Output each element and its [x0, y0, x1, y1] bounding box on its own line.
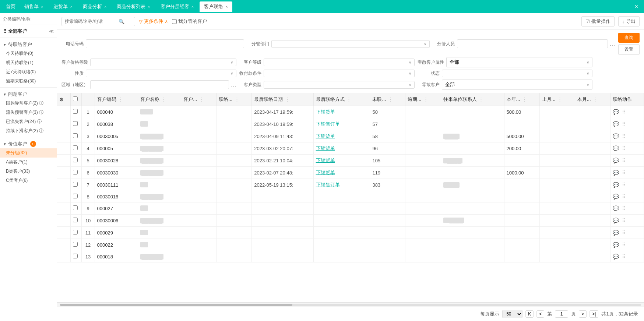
settings-col-header[interactable]: ⚙: [57, 93, 70, 106]
tab-purchase-order[interactable]: 进货单 ×: [49, 1, 77, 12]
grid-icon[interactable]: ⠿: [622, 121, 626, 127]
query-button[interactable]: 查询: [618, 33, 640, 43]
row-checkbox-cell[interactable]: [70, 155, 81, 167]
row-last-method-cell[interactable]: [313, 251, 370, 262]
payment-select[interactable]: ∨: [264, 70, 414, 77]
sidebar-item-abnormal[interactable]: 囤购异常客户(2) ⓘ: [0, 99, 57, 108]
problem-customers-group[interactable]: ▼ 问题客户: [0, 89, 57, 99]
message-icon[interactable]: 💬: [613, 133, 619, 139]
tab-sales-order[interactable]: 销售单 ×: [20, 1, 47, 12]
no-contact-col-header[interactable]: 未联... ⋮: [370, 93, 405, 106]
last-month-col-header[interactable]: 上月... ⋮: [539, 93, 575, 106]
message-icon[interactable]: 💬: [613, 182, 619, 188]
region-dots-btn[interactable]: …: [230, 81, 236, 88]
my-customers-check[interactable]: [172, 19, 177, 24]
sidebar-item-7days-contact[interactable]: 近7天待联络(0): [0, 67, 57, 77]
message-icon[interactable]: 💬: [613, 205, 619, 211]
first-page-btn[interactable]: K: [525, 310, 534, 318]
main-search-icon[interactable]: 🔍: [119, 19, 124, 24]
current-page-input[interactable]: [555, 310, 568, 318]
row-last-method-cell[interactable]: [313, 239, 370, 251]
close-product-analysis-icon[interactable]: ×: [104, 4, 106, 9]
message-icon[interactable]: 💬: [613, 121, 619, 127]
customer-grade-select[interactable]: ∨: [264, 59, 414, 66]
value-customers-group[interactable]: ▼ 价值客户 ↻: [0, 139, 57, 148]
next-page-btn[interactable]: >: [579, 310, 587, 318]
tab-product-analysis[interactable]: 商品分析 ×: [78, 1, 111, 12]
all-customers-section[interactable]: ⠿ 全部客户 ≪: [0, 25, 57, 36]
code-col-header[interactable]: 客户编码 ⋮: [95, 93, 138, 106]
grid-icon[interactable]: ⠿: [622, 242, 626, 248]
row-checkbox-cell[interactable]: [70, 191, 81, 202]
row-checkbox[interactable]: [73, 121, 78, 126]
collapse-sidebar-btn[interactable]: ≪: [49, 29, 54, 34]
nature-select[interactable]: ∨: [86, 70, 236, 77]
row-checkbox-cell[interactable]: [70, 167, 81, 179]
main-search-input[interactable]: [65, 19, 116, 24]
grid-icon[interactable]: ⠿: [622, 182, 626, 188]
select-all-checkbox[interactable]: [73, 96, 78, 101]
scrollbar-thumb[interactable]: [60, 304, 292, 306]
checkbox-col-header[interactable]: [70, 93, 81, 106]
prev-page-btn[interactable]: <: [536, 310, 544, 318]
phone-input[interactable]: [86, 39, 244, 48]
close-purchase-order-icon[interactable]: ×: [70, 4, 72, 9]
row-checkbox-cell[interactable]: [70, 227, 81, 239]
close-sales-order-icon[interactable]: ×: [41, 4, 43, 9]
row-last-method-cell[interactable]: [313, 191, 370, 202]
region-input[interactable]: [90, 80, 229, 89]
retail-customer-select[interactable]: 全部 ∨: [442, 80, 592, 90]
export-btn[interactable]: ↓ 导出: [618, 16, 640, 27]
row-checkbox[interactable]: [73, 194, 78, 198]
row-checkbox-cell[interactable]: [70, 202, 81, 215]
grid-icon[interactable]: ⠿: [622, 254, 626, 260]
row-checkbox-cell[interactable]: [70, 179, 81, 191]
grid-icon[interactable]: ⠿: [622, 170, 626, 176]
this-year-col-header[interactable]: 本年... ⋮: [504, 93, 539, 106]
sidebar-item-overdue-contact[interactable]: 逾期未联络(30): [0, 77, 57, 86]
message-icon[interactable]: 💬: [613, 109, 619, 115]
row-checkbox[interactable]: [73, 133, 78, 138]
this-month-col-header[interactable]: 本月... ⋮: [575, 93, 610, 106]
row-last-method-cell[interactable]: [313, 202, 370, 215]
close-customer-contact-icon[interactable]: ×: [225, 4, 228, 9]
row-checkbox[interactable]: [73, 205, 78, 210]
row-checkbox-cell[interactable]: [70, 239, 81, 251]
row-last-method-cell[interactable]: 下销售订单: [313, 179, 370, 191]
batch-operation-btn[interactable]: ☑ 批量操作: [581, 16, 615, 27]
price-grade-select[interactable]: ∨: [90, 59, 236, 66]
customer-type-select[interactable]: ∨: [264, 81, 414, 89]
page-size-select[interactable]: 50 100 200: [502, 310, 522, 318]
message-icon[interactable]: 💬: [613, 218, 619, 223]
message-icon[interactable]: 💬: [613, 242, 619, 248]
last-date-col-header[interactable]: 最后联络日期 ⋮: [252, 93, 313, 106]
sidebar-item-ungroup[interactable]: 未分组(32): [0, 148, 57, 158]
sidebar-item-churn-warning[interactable]: 流失预警客户(3) ⓘ: [0, 108, 57, 117]
last-page-btn[interactable]: >|: [590, 310, 598, 318]
sidebar-item-class-c[interactable]: C类客户(6): [0, 176, 57, 185]
message-icon[interactable]: 💬: [613, 194, 619, 200]
row-checkbox[interactable]: [73, 170, 78, 174]
row-last-method-cell[interactable]: 下销货单: [313, 130, 370, 142]
name-col-header[interactable]: 客户名称 ⋮: [138, 93, 181, 106]
contact-person-col-header[interactable]: 往来单位联系人 ⋮: [441, 93, 504, 106]
sidebar-search-input[interactable]: [3, 17, 57, 22]
row-checkbox-cell[interactable]: [70, 142, 81, 155]
row-checkbox[interactable]: [73, 242, 78, 247]
tab-customer-contact[interactable]: 客户联络 ×: [200, 1, 232, 12]
grid-icon[interactable]: ⠿: [622, 218, 626, 223]
sidebar-item-tomorrow-contact[interactable]: 明天待联络(1): [0, 58, 57, 67]
row-checkbox-cell[interactable]: [70, 106, 81, 118]
row-checkbox-cell[interactable]: [70, 251, 81, 262]
row-last-method-cell[interactable]: 下销货单: [313, 167, 370, 179]
retail-attr-select[interactable]: 全部 ∨: [446, 57, 592, 67]
contact-col-header[interactable]: 联络... ⋮: [217, 93, 252, 106]
message-icon[interactable]: 💬: [613, 145, 619, 151]
overdue-col-header[interactable]: 逾期... ⋮: [405, 93, 441, 106]
row-last-method-cell[interactable]: 下销货单: [313, 155, 370, 167]
pending-contact-group[interactable]: ▼ 待联络客户: [0, 39, 57, 49]
window-close-button[interactable]: ×: [632, 3, 641, 10]
row-checkbox[interactable]: [73, 109, 78, 114]
sidebar-item-class-b[interactable]: B类客户(33): [0, 167, 57, 176]
status-select[interactable]: ∨: [442, 70, 592, 77]
